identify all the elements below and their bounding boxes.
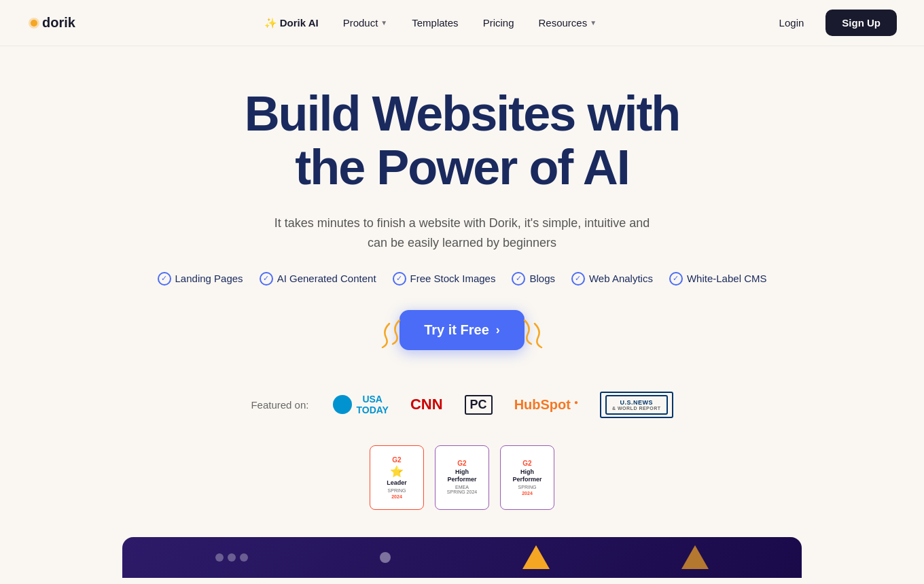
pc-magazine-logo: PC [465,395,493,415]
arrow-icon: › [496,323,500,337]
feature-web-analytics: ✓ Web Analytics [571,272,653,286]
nav-actions: Login Sign Up [766,10,897,36]
product-chevron-icon: ▼ [380,19,387,27]
preview-triangle-right-icon [681,545,709,569]
squiggle-left-icon [359,310,406,351]
feature-stock-images: ✓ Free Stock Images [393,272,496,286]
nav-resources-link[interactable]: Resources ▼ [527,12,607,34]
nav-product-link[interactable]: Product ▼ [332,12,399,34]
g2-high-performer-emea-badge: G2 HighPerformer EMEASPRING 2024 [435,445,489,510]
navbar: dorik ✨ Dorik AI Product ▼ Templates Pri… [0,0,924,46]
squiggle-right-icon [518,310,565,351]
badge-sub-2: EMEASPRING 2024 [447,485,477,494]
nav-links: ✨ Dorik AI Product ▼ Templates Pricing R… [253,12,608,35]
preview-dot-1 [215,553,224,562]
g2-logo-1: G2 [392,456,401,464]
feature-landing-pages: ✓ Landing Pages [158,272,243,286]
usnews-logo: U.S.NEWS & WORLD REPORT [600,392,673,418]
cnn-logo: CNN [410,396,443,413]
check-icon-3: ✓ [393,272,406,286]
featured-logos: USATODAY CNN PC HubSpot ● U.S.NEWS & WOR… [333,392,673,418]
feature-ai-content: ✓ AI Generated Content [260,272,376,286]
featured-label: Featured on: [251,399,308,411]
logo[interactable]: dorik [27,12,95,34]
badge-year-3: 2024 [522,491,533,496]
leader-star-icon: ⭐ [390,465,404,478]
badge-type-1: Leader [387,479,407,487]
badge-sub-3: SPRING [518,485,537,489]
preview-dot-3 [240,553,248,562]
nav-pricing-link[interactable]: Pricing [472,12,525,34]
check-icon-1: ✓ [158,272,171,286]
badge-type-3: HighPerformer [512,468,541,483]
hero-subtitle: It takes minutes to finish a website wit… [265,213,659,253]
cta-area: Try it Free › [359,310,565,351]
feature-white-label: ✓ White-Label CMS [669,272,767,286]
usa-today-logo: USATODAY [333,394,388,415]
usa-dot-icon [333,395,352,414]
resources-chevron-icon: ▼ [590,19,597,27]
nav-ai-link[interactable]: ✨ Dorik AI [253,12,330,35]
badge-type-2: HighPerformer [447,468,476,483]
logo-svg: dorik [27,12,95,34]
check-icon-4: ✓ [512,272,525,286]
check-icon-5: ✓ [571,272,585,286]
preview-dot-2 [228,553,236,562]
badge-year-1: 2024 [391,494,402,499]
nav-templates-link[interactable]: Templates [401,12,469,34]
preview-circle [380,552,391,563]
check-icon-6: ✓ [669,272,683,286]
badge-sub-1: SPRING [388,488,406,493]
feature-blogs: ✓ Blogs [512,272,555,286]
feature-pills: ✓ Landing Pages ✓ AI Generated Content ✓… [158,272,767,286]
bottom-preview [122,537,802,578]
try-free-button[interactable]: Try it Free › [399,310,525,350]
check-icon-2: ✓ [260,272,273,286]
svg-text:dorik: dorik [42,15,76,30]
g2-logo-3: G2 [522,460,531,467]
featured-section: Featured on: USATODAY CNN PC HubSpot ● U… [251,392,673,418]
login-button[interactable]: Login [766,12,818,34]
badges-section: G2 ⭐ Leader SPRING 2024 G2 HighPerformer… [370,445,554,510]
g2-leader-badge: G2 ⭐ Leader SPRING 2024 [370,445,424,510]
preview-triangle-left-icon [522,545,550,569]
hubspot-logo: HubSpot ● [514,397,578,413]
signup-button[interactable]: Sign Up [825,10,897,36]
svg-point-1 [31,20,37,27]
hero-section: Build Websites with the Power of AI It t… [0,46,924,584]
g2-high-performer-spring-badge: G2 HighPerformer SPRING 2024 [500,445,554,510]
preview-dots [215,553,248,562]
hero-title: Build Websites with the Power of AI [245,87,680,194]
g2-logo-2: G2 [457,460,466,467]
